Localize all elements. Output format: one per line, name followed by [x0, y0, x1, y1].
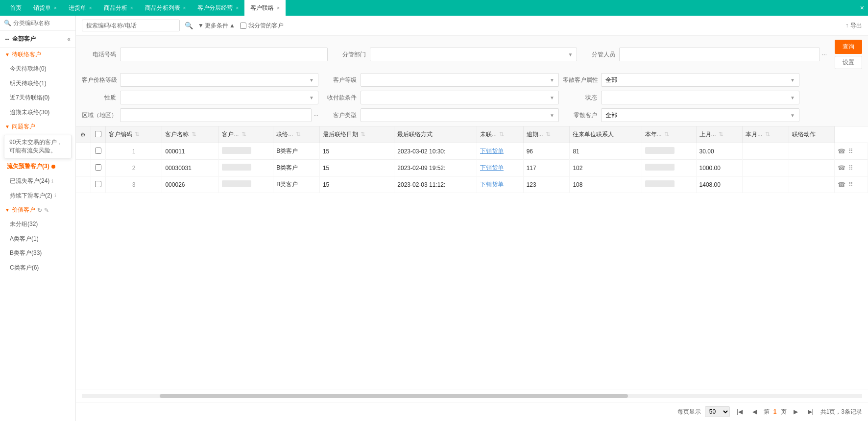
- dots-icon[interactable]: ···: [313, 112, 318, 119]
- col-contact[interactable]: 联络... ⇅: [273, 126, 320, 143]
- close-icon[interactable]: ×: [183, 5, 186, 11]
- per-page-select[interactable]: 50 20 100: [705, 406, 730, 417]
- sidebar-item-declining[interactable]: 持续下滑客户(2) ℹ: [0, 189, 75, 203]
- my-customers-checkbox-label[interactable]: 我分管的客户: [240, 22, 284, 30]
- filter-manager-select[interactable]: [619, 48, 820, 61]
- scrollbar-thumb[interactable]: [160, 394, 628, 398]
- sidebar-section-value[interactable]: ▼ 价值客户 ↻ ✎: [0, 203, 75, 217]
- sidebar-item-a-class[interactable]: A类客户(1): [0, 232, 75, 247]
- col-type[interactable]: 客户... ⇅: [219, 126, 273, 143]
- sidebar-section-problem[interactable]: ▼ 问题客户: [0, 120, 75, 134]
- row-last-month: [743, 176, 789, 193]
- tab-goods-analysis[interactable]: 商品分析 ×: [98, 0, 139, 16]
- col-this-year[interactable]: 本年... ⇅: [642, 126, 696, 143]
- col-last-contact-method[interactable]: 最后联络方式: [394, 126, 477, 143]
- close-icon[interactable]: ×: [236, 5, 239, 11]
- query-button[interactable]: 查询: [835, 40, 862, 54]
- more-conditions-button[interactable]: ▼ 更多条件 ▲: [198, 22, 235, 30]
- sidebar-item-b-class[interactable]: B类客户(33): [0, 246, 75, 261]
- filter-region-select[interactable]: [120, 108, 312, 122]
- row-name: [219, 143, 273, 160]
- filter-retail-customer-select[interactable]: 全部 ▼: [601, 108, 799, 122]
- row-settings-icon[interactable]: [76, 176, 91, 193]
- sidebar-item-overdue-pending[interactable]: 逾期未联络(30): [0, 105, 75, 120]
- table-settings-col[interactable]: ⚙: [76, 126, 91, 143]
- col-uncontacted[interactable]: 未联... ⇅: [477, 126, 524, 143]
- col-this-month[interactable]: 本月... ⇅: [743, 126, 789, 143]
- col-last-month[interactable]: 上月... ⇅: [696, 126, 743, 143]
- row-settings-icon[interactable]: [76, 160, 91, 176]
- row-unit-contact: [642, 143, 696, 160]
- col-name[interactable]: 客户名称 ⇅: [162, 126, 219, 143]
- contact-icon[interactable]: ☎: [838, 181, 845, 188]
- horizontal-scrollbar[interactable]: [76, 390, 868, 402]
- row-uncontacted: 123: [523, 176, 570, 193]
- sidebar-search-input[interactable]: [13, 20, 72, 26]
- chevron-down-icon: ▼: [309, 77, 314, 83]
- col-overdue[interactable]: 逾期... ⇅: [523, 126, 570, 143]
- first-page-button[interactable]: |◀: [734, 407, 746, 416]
- col-unit-contact[interactable]: 往来单位联系人: [570, 126, 642, 143]
- sidebar-all-customers[interactable]: ▪▪ 全部客户 «: [0, 31, 75, 48]
- table-checkbox-col[interactable]: [91, 126, 105, 143]
- filter-phone-input[interactable]: [120, 48, 328, 61]
- prev-page-button[interactable]: ◀: [749, 407, 760, 416]
- filter-retail-attr-select[interactable]: 全部 ▼: [601, 73, 799, 87]
- export-button[interactable]: ↑ 导出: [845, 22, 862, 30]
- tab-customer-contact[interactable]: 客户联络 ×: [244, 0, 286, 16]
- sidebar-item-7days-pending[interactable]: 近7天待联络(0): [0, 91, 75, 105]
- row-last-contact-method[interactable]: 下销货单: [477, 176, 524, 193]
- filter-status-select[interactable]: ▼: [601, 91, 799, 104]
- col-code[interactable]: 客户编码 ⇅: [105, 126, 162, 143]
- select-all-checkbox[interactable]: [95, 131, 101, 137]
- close-icon[interactable]: ×: [54, 5, 57, 11]
- contact-icon[interactable]: ☎: [838, 148, 845, 155]
- filter-customer-tier-select[interactable]: ▼: [361, 73, 559, 87]
- contact-icon[interactable]: ☎: [838, 164, 845, 172]
- row-checkbox-cell: [91, 176, 105, 193]
- filter-dept-select[interactable]: ▼: [370, 48, 578, 61]
- filter-price-tier-select[interactable]: ▼: [120, 73, 318, 87]
- sidebar-item-already-churned[interactable]: 已流失客户(24) ℹ: [0, 174, 75, 189]
- my-customers-checkbox[interactable]: [240, 23, 246, 29]
- more-action-icon[interactable]: ⠿: [848, 148, 853, 155]
- filter-payment-select[interactable]: ▼: [361, 91, 559, 104]
- sidebar-item-today-pending[interactable]: 今天待联络(0): [0, 62, 75, 76]
- last-page-button[interactable]: ▶|: [805, 407, 817, 416]
- filter-nature-select[interactable]: ▼: [120, 91, 318, 104]
- tab-sales[interactable]: 销货单 ×: [27, 0, 63, 16]
- row-settings-icon[interactable]: [76, 143, 91, 160]
- sidebar-item-c-class[interactable]: C类客户(6): [0, 261, 75, 275]
- col-last-contact-date[interactable]: 最后联络日期 ⇅: [319, 126, 394, 143]
- search-input[interactable]: [82, 20, 180, 31]
- search-button[interactable]: 🔍: [185, 22, 193, 29]
- tab-customer-tier[interactable]: 客户分层经营 ×: [192, 0, 244, 16]
- close-icon[interactable]: ×: [130, 5, 133, 11]
- tab-home[interactable]: 首页: [4, 0, 27, 16]
- tab-goods-analysis-list[interactable]: 商品分析列表 ×: [139, 0, 192, 16]
- close-icon[interactable]: ×: [89, 5, 92, 11]
- row-checkbox[interactable]: [95, 164, 101, 171]
- more-action-icon[interactable]: ⠿: [848, 164, 853, 172]
- more-action-icon[interactable]: ⠿: [848, 181, 853, 188]
- row-last-contact-method[interactable]: 下销货单: [477, 160, 524, 176]
- refresh-icon[interactable]: ↻: [37, 207, 42, 214]
- sidebar-item-ungrouped[interactable]: 未分组(32): [0, 217, 75, 232]
- sidebar-section-pending[interactable]: ▼ 待联络客户: [0, 48, 75, 62]
- close-icon[interactable]: ×: [277, 5, 280, 11]
- filter-customer-type-select[interactable]: ▼: [361, 108, 559, 122]
- sidebar-item-churn-warning[interactable]: 流失预警客户(3): [0, 159, 75, 174]
- edit-icon[interactable]: ✎: [44, 207, 49, 214]
- sidebar-item-tomorrow-pending[interactable]: 明天待联络(1): [0, 76, 75, 91]
- row-checkbox[interactable]: [95, 148, 101, 154]
- settings-button[interactable]: 设置: [835, 56, 862, 69]
- row-last-contact-method[interactable]: 下销货单: [477, 143, 524, 160]
- export-icon: ↑: [845, 22, 848, 29]
- row-name: [219, 160, 273, 176]
- row-checkbox[interactable]: [95, 181, 101, 187]
- tab-purchase[interactable]: 进货单 ×: [63, 0, 98, 16]
- close-window-button[interactable]: ×: [860, 4, 864, 12]
- dots-icon[interactable]: ···: [822, 51, 827, 58]
- next-page-button[interactable]: ▶: [791, 407, 801, 416]
- row-type: B类客户: [273, 176, 320, 193]
